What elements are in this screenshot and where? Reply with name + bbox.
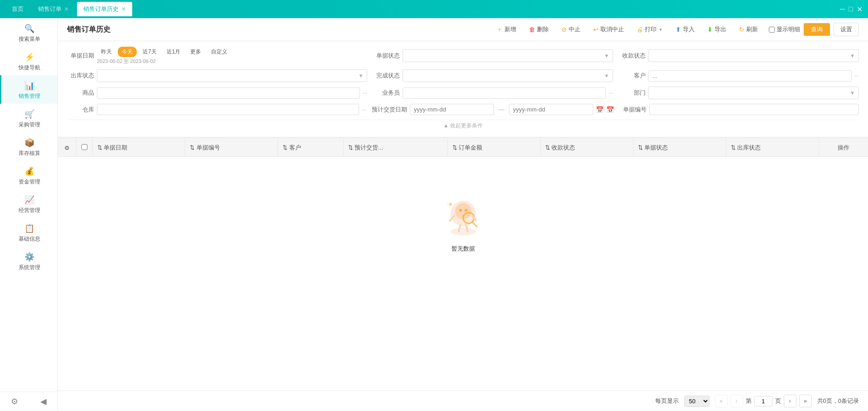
settings-th[interactable]: ⚙ [58,139,76,157]
order-status-select[interactable]: ▼ [403,49,613,62]
tab-sales-order-history-close[interactable]: ✕ [121,6,126,12]
main-layout: 🔍 搜索菜单 ⚡ 快捷导航 📊 销售管理 🛒 采购管理 📦 库存核算 💰 资金管… [0,18,868,411]
content-area: 销售订单历史 ＋ 新增 🗑 删除 ⊘ 中止 ↩ 取消中止 [58,18,868,411]
tab-sales-order[interactable]: 销售订单 ✕ [32,2,75,16]
completion-status-select[interactable]: ▼ [403,69,613,82]
tab-sales-order-close[interactable]: ✕ [64,6,69,12]
delivery-status-label: 出库状态 [67,72,94,80]
svg-point-0 [451,228,476,235]
calendar-icon-start[interactable]: 📅 [596,106,604,113]
order-number-input[interactable] [649,104,859,115]
customer-more[interactable]: ··· [854,73,859,79]
filter-warehouse: 仓库 ··· [67,104,366,115]
import-icon: ⬆ [676,26,681,33]
th-amount: ⇅ 订单金额 [447,139,540,157]
page-number-input[interactable] [754,396,772,406]
department-label: 部门 [619,89,646,97]
operations-icon: 📈 [24,195,34,205]
sidebar-item-base[interactable]: 📋 基础信息 [0,218,58,247]
date-pill-1month[interactable]: 近1月 [163,47,185,57]
sidebar-item-system-label: 系统管理 [19,264,40,271]
last-page-btn[interactable]: » [799,395,812,407]
date-pill-custom[interactable]: 自定义 [207,47,231,57]
first-page-btn[interactable]: « [715,395,728,407]
collapse-text: 收起更多条件 [450,122,483,129]
checkbox-th[interactable] [76,139,92,157]
sidebar-item-operations[interactable]: 📈 经营管理 [0,189,58,218]
sidebar-item-inventory[interactable]: 📦 库存核算 [0,132,58,161]
settings-button[interactable]: 设置 [834,23,859,36]
tab-sales-order-history[interactable]: 销售订单历史 ✕ [77,2,132,16]
collapse-toggle[interactable]: ▲ 收起更多条件 [67,120,859,131]
sidebar-collapse-btn[interactable]: ◀ [40,396,47,406]
sidebar-item-purchase[interactable]: 🛒 采购管理 [0,104,58,132]
delivery-status-select[interactable]: ▼ [97,69,367,82]
page-size-select[interactable]: 50 10 20 100 [684,396,710,407]
warehouse-input[interactable] [97,104,359,115]
stop-label: 中止 [569,25,580,34]
date-pill-yesterday[interactable]: 昨天 [97,47,116,57]
customer-input[interactable] [648,70,852,82]
search-menu-icon: 🔍 [24,24,34,34]
sales-icon: 📊 [24,81,34,91]
date-pill-7days[interactable]: 近7天 [139,47,161,57]
goods-more[interactable]: ··· [363,90,367,96]
salesperson-input[interactable] [403,87,606,99]
salesperson-label: 业务员 [373,89,400,97]
window-controls: ─ □ ✕ [840,5,863,14]
sidebar-bottom: ⚙ ◀ [0,392,58,411]
print-button[interactable]: 🖨 打印 ▼ [632,23,667,36]
stop-icon: ⊘ [561,26,567,33]
close-window-button[interactable]: ✕ [857,5,863,14]
calendar-icon-end[interactable]: 📅 [606,106,614,113]
new-button[interactable]: ＋ 新增 [492,23,521,36]
new-icon: ＋ [496,25,503,34]
goto-label: 第 [746,397,752,405]
payment-status-select[interactable]: ▼ [648,49,859,62]
th-delivery-status: ⇅ 出库状态 [726,139,819,157]
tab-sales-order-history-label: 销售订单历史 [83,5,119,13]
order-status-label: 单据状态 [373,52,400,60]
display-toggle-checkbox[interactable] [769,27,775,33]
query-button[interactable]: 查询 [804,23,830,36]
sidebar-item-finance[interactable]: 💰 资金管理 [0,161,58,189]
sidebar-item-base-label: 基础信息 [19,235,40,243]
empty-state-icon [441,193,486,238]
export-button[interactable]: ⬇ 导出 [703,23,731,36]
import-button[interactable]: ⬆ 导入 [671,23,699,36]
refresh-button[interactable]: ↻ 刷新 [734,23,762,36]
sidebar-item-search-menu[interactable]: 🔍 搜索菜单 [0,18,58,47]
th-delivery-status-label: ⇅ 出库状态 [731,144,761,152]
sidebar-settings-btn[interactable]: ⚙ [11,396,18,406]
th-expected-delivery-label: ⇅ 预计交货... [348,144,383,152]
th-order-status: ⇅ 单据状态 [633,139,726,157]
delete-button[interactable]: 🗑 删除 [524,23,553,36]
minimize-button[interactable]: ─ [840,5,845,13]
select-all-checkbox[interactable] [82,144,87,150]
cancel-stop-icon: ↩ [593,26,599,33]
sidebar-item-system[interactable]: ⚙️ 系统管理 [0,247,58,275]
salesperson-more[interactable]: ··· [609,90,613,96]
th-pay-status-label: ⇅ 收款状态 [545,144,575,152]
export-icon: ⬇ [707,26,713,33]
sidebar-item-quick-nav[interactable]: ⚡ 快捷导航 [0,47,58,75]
goods-input[interactable] [97,87,360,99]
sidebar-item-sales[interactable]: 📊 销售管理 [0,75,58,104]
prev-page-btn[interactable]: ‹ [730,395,743,407]
export-label: 导出 [715,25,726,34]
display-toggle[interactable]: 显示明细 [769,25,800,34]
date-range-text: 2023-06-02 至 2023-06-02 [97,58,367,65]
date-pill-today[interactable]: 今天 [118,47,137,57]
department-select[interactable]: ▼ [648,87,859,99]
expected-delivery-end[interactable] [509,104,593,115]
cancel-stop-button[interactable]: ↩ 取消中止 [589,23,628,36]
order-status-arrow: ▼ [604,53,609,58]
stop-button[interactable]: ⊘ 中止 [557,23,585,36]
base-icon: 📋 [24,223,34,233]
warehouse-more[interactable]: ··· [362,106,366,113]
maximize-button[interactable]: □ [849,5,853,13]
next-page-btn[interactable]: › [784,395,796,407]
date-pill-more[interactable]: 更多 [186,47,205,57]
tab-home[interactable]: 首页 [5,2,30,16]
expected-delivery-start[interactable] [410,104,494,115]
